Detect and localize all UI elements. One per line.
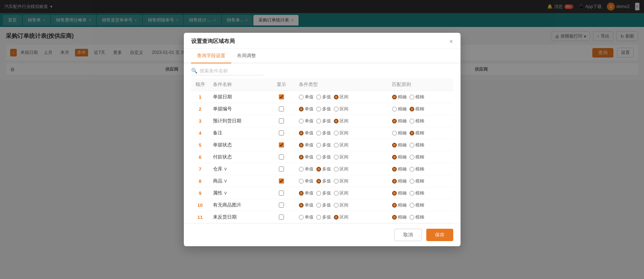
modal-tabs: 查询字段设置 布局调整	[184, 49, 461, 63]
col-display: 显示	[268, 78, 295, 80]
modal-search-area: 🔍	[184, 63, 461, 78]
modal-tab-layout-label: 布局调整	[237, 53, 256, 58]
col-order: 顺序	[191, 78, 209, 80]
col-match: 匹配原则	[388, 78, 453, 80]
search-input[interactable]	[199, 68, 258, 74]
modal-dialog: 设置查询区域布局 × 查询字段设置 布局调整 🔍 顺序	[184, 33, 461, 80]
modal-header: 设置查询区域布局 ×	[184, 33, 461, 49]
modal-title: 设置查询区域布局	[191, 38, 235, 45]
search-wrap: 🔍	[191, 68, 264, 75]
modal-tab-layout[interactable]: 布局调整	[231, 49, 262, 63]
modal-backdrop[interactable]: 设置查询区域布局 × 查询字段设置 布局调整 🔍 顺序	[0, 0, 644, 80]
col-type: 条件类型	[295, 78, 388, 80]
col-name: 条件名称	[209, 78, 268, 80]
modal-tab-query-fields[interactable]: 查询字段设置	[191, 49, 231, 63]
modal-table: 顺序 条件名称 显示 条件类型 匹配原则 1单据日期单值多值区间精确模糊2单据编…	[184, 78, 461, 80]
search-icon: 🔍	[191, 68, 197, 74]
modal-close-button[interactable]: ×	[449, 38, 453, 45]
modal-tab-query-label: 查询字段设置	[197, 53, 225, 58]
